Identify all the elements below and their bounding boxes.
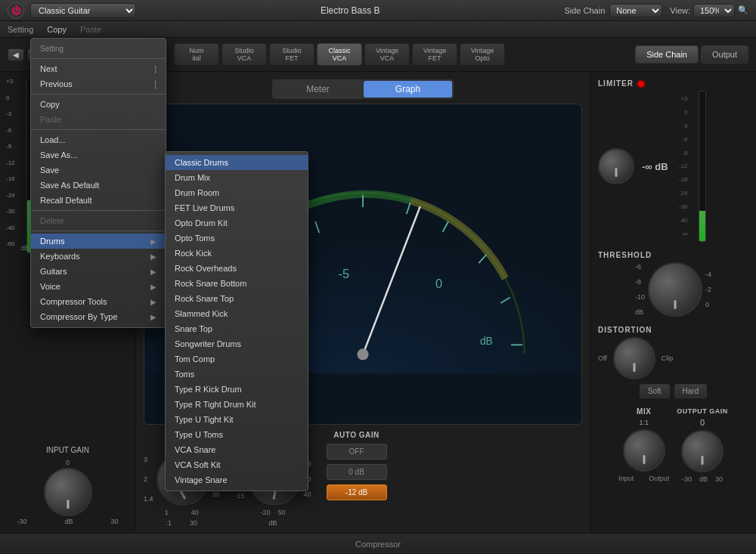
auto-gain-off-btn[interactable]: OFF [327, 444, 387, 460]
output-gain-min: -30 [682, 475, 692, 483]
mix-output-section: MIX 1:1 Input Output OUTPUT GAIN 0 -30 [598, 407, 748, 483]
preset-dropdown[interactable]: Classic Guitar [30, 3, 136, 18]
tab-vintage-opto[interactable]: VintageOpto [460, 43, 505, 66]
drums-classic-drums[interactable]: Classic Drums [166, 155, 308, 170]
drums-rock-snare-top[interactable]: Rock Snare Top [166, 291, 308, 306]
auto-gain-zero-btn[interactable]: 0 dB [327, 464, 387, 480]
input-gain-center: 0 [66, 459, 70, 466]
drums-type-r-tight-drum-kit[interactable]: Type R Tight Drum Kit [166, 397, 308, 412]
menu-previous[interactable]: Previous [ [31, 76, 166, 91]
menu-save-as-default[interactable]: Save As Default [31, 178, 166, 193]
menu-sep-2 [31, 94, 166, 94]
drums-rock-kick[interactable]: Rock Kick [166, 246, 308, 261]
limiter-db-readout: -∞ dB [642, 161, 668, 172]
drums-vintage-snare[interactable]: Vintage Snare [166, 472, 308, 487]
tab-studio-fet[interactable]: StudioFET [269, 43, 314, 66]
drums-opto-toms[interactable]: Opto Toms [166, 231, 308, 246]
settings-dropdown[interactable]: Setting Next ] Previous [ Copy Paste Loa… [30, 38, 166, 328]
output-gain-max: 30 [715, 475, 723, 483]
drums-fet-live[interactable]: FET Live Drums [166, 200, 308, 215]
svg-text:0: 0 [435, 277, 442, 290]
input-gain-area: INPUT GAIN 0 -30 dB 30 [0, 299, 135, 533]
tab-classic-vca[interactable]: ClassicVCA [317, 43, 362, 66]
output-gain-label: OUTPUT GAIN [677, 407, 728, 415]
threshold-knob[interactable] [648, 262, 702, 317]
drums-rock-overheads[interactable]: Rock Overheads [166, 261, 308, 276]
menu-voice[interactable]: Voice ▶ [31, 279, 166, 294]
drums-opto-drum-kit[interactable]: Opto Drum Kit [166, 215, 308, 231]
dist-soft-btn[interactable]: Soft [640, 384, 670, 398]
input-gain-min: -30 [17, 518, 26, 525]
window-title: Electro Bass B [136, 5, 564, 16]
menu-compressor-by-type[interactable]: Compressor By Type ▶ [31, 309, 166, 324]
side-chain-btn[interactable]: Side Chain [635, 45, 699, 63]
paste-button[interactable]: Paste [77, 25, 104, 34]
menu-compressor-tools[interactable]: Compressor Tools ▶ [31, 294, 166, 309]
copy-button[interactable]: Copy [44, 25, 70, 34]
output-gain-knob[interactable] [681, 430, 723, 472]
mix-knob[interactable] [623, 429, 665, 472]
drums-toms[interactable]: Toms [166, 367, 308, 382]
tab-vintage-fet[interactable]: VintageFET [412, 43, 457, 66]
dist-hard-btn[interactable]: Hard [674, 384, 708, 398]
power-button[interactable]: ⏻ [8, 2, 24, 19]
drums-drum-mix[interactable]: Drum Mix [166, 170, 308, 185]
menu-recall-default[interactable]: Recall Default [31, 193, 166, 208]
distortion-section: DISTORTION Off Clip Soft Hard [598, 326, 748, 398]
mix-output-label: Output [649, 475, 669, 482]
tab-numital[interactable]: Numital [174, 43, 219, 66]
menu-keyboards[interactable]: Keyboards ▶ [31, 249, 166, 264]
drums-drum-room[interactable]: Drum Room [166, 185, 308, 200]
menu-next[interactable]: Next ] [31, 61, 166, 76]
menu-save-as[interactable]: Save As... [31, 147, 166, 162]
menu-delete[interactable]: Delete [31, 213, 166, 228]
drums-vca-snare[interactable]: VCA Snare [166, 442, 308, 457]
mix-label: MIX [637, 407, 651, 416]
drums-tom-comp[interactable]: Tom Comp [166, 351, 308, 367]
drums-songwriter[interactable]: Songwriter Drums [166, 336, 308, 351]
drums-slammed-kick[interactable]: Slammed Kick [166, 306, 308, 321]
mix-input-label: Input [618, 475, 634, 482]
threshold-label: THRESHOLD [598, 251, 652, 259]
drums-type-u-toms[interactable]: Type U Toms [166, 427, 308, 442]
graph-btn[interactable]: Graph [364, 81, 452, 97]
dist-off-label: Off [598, 354, 607, 362]
meter-graph-toggle: Meter Graph [272, 79, 454, 99]
drums-rock-snare-bottom[interactable]: Rock Snare Bottom [166, 276, 308, 291]
tab-studio-vca[interactable]: StudioVCA [222, 43, 267, 66]
menu-paste[interactable]: Paste [31, 112, 166, 127]
limiter-label: LIMITER [598, 79, 634, 88]
menu-drums[interactable]: Drums ▶ [31, 234, 166, 249]
drums-snare-top[interactable]: Snare Top [166, 321, 308, 336]
limiter-led [638, 81, 644, 87]
menu-sep-4 [31, 210, 166, 211]
nav-prev-button[interactable]: ◀ [8, 48, 24, 61]
mix-col: MIX 1:1 Input Output [618, 407, 669, 483]
drums-type-u-tight-kit[interactable]: Type U Tight Kit [166, 412, 308, 427]
setting-bar: Setting Copy Paste [0, 21, 756, 38]
limiter-knob[interactable] [598, 148, 634, 184]
menu-save[interactable]: Save [31, 162, 166, 178]
auto-gain-active-btn[interactable]: -12 dB [327, 484, 387, 500]
view-dropdown[interactable]: 150% [693, 4, 735, 17]
status-bar: Compressor [0, 533, 756, 554]
distortion-knob[interactable] [613, 337, 655, 379]
tab-vintage-vca[interactable]: VintageVCA [364, 43, 410, 66]
menu-load[interactable]: Load... [31, 132, 166, 147]
drums-type-r-kick[interactable]: Type R Kick Drum [166, 382, 308, 397]
menu-sep-5 [31, 231, 166, 231]
menu-guitars[interactable]: Guitars ▶ [31, 264, 166, 279]
meter-btn[interactable]: Meter [274, 81, 362, 97]
drums-vca-soft-kit[interactable]: VCA Soft Kit [166, 457, 308, 472]
zoom-icon[interactable]: 🔍 [738, 5, 748, 15]
output-btn[interactable]: Output [701, 45, 748, 63]
side-chain-label: Side Chain [564, 6, 605, 15]
setting-label: Setting [5, 25, 36, 34]
auto-gain-label: AUTO GAIN [333, 431, 379, 439]
side-chain-dropdown[interactable]: None [609, 4, 662, 17]
side-chain-section: Side Chain None [564, 4, 662, 17]
input-gain-knob[interactable] [44, 468, 92, 516]
output-gain-value: 0 [700, 418, 705, 427]
menu-copy[interactable]: Copy [31, 97, 166, 112]
svg-point-6 [357, 348, 368, 360]
